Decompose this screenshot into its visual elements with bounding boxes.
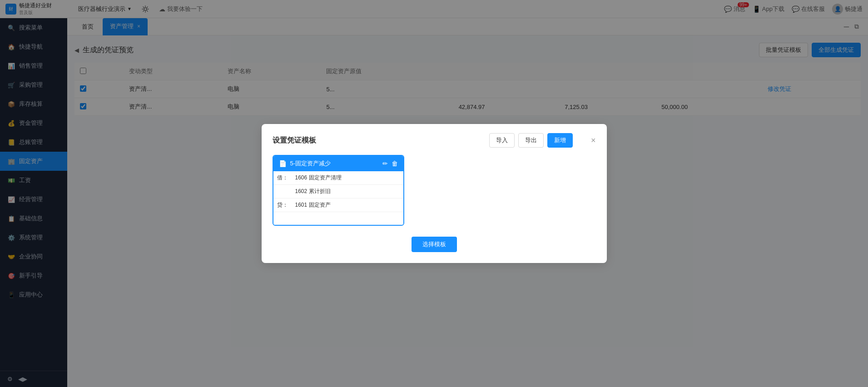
dialog-overlay: 设置凭证模板 导入 导出 新增 × 📄 5-固定资产减少 ✏ 🗑 [0, 0, 868, 387]
dialog-toolbar: 导入 导出 新增 [489, 133, 573, 148]
select-template-area: 选择模板 [273, 237, 596, 252]
template-entry-row: 借： 1606 固定资产清理 [273, 171, 403, 185]
dialog-close-button[interactable]: × [591, 136, 596, 145]
set-voucher-template-dialog: 设置凭证模板 导入 导出 新增 × 📄 5-固定资产减少 ✏ 🗑 [262, 124, 607, 263]
template-card: 📄 5-固定资产减少 ✏ 🗑 借： 1606 固定资产清理 [273, 155, 404, 226]
template-entry-row: 贷： 1601 固定资产 [273, 198, 403, 212]
delete-template-button[interactable]: 🗑 [392, 160, 398, 167]
template-card-body: 借： 1606 固定资产清理 1602 累计折旧 贷： [273, 171, 403, 225]
export-button[interactable]: 导出 [518, 133, 544, 148]
import-button[interactable]: 导入 [489, 133, 515, 148]
edit-template-button[interactable]: ✏ [382, 160, 388, 167]
dialog-header: 设置凭证模板 导入 导出 新增 × [262, 124, 607, 155]
dialog-title: 设置凭证模板 [273, 136, 316, 145]
template-entries-table: 借： 1606 固定资产清理 1602 累计折旧 贷： [273, 171, 403, 225]
template-entry-row-empty [273, 212, 403, 225]
template-icon: 📄 [279, 160, 287, 167]
dialog-body: 📄 5-固定资产减少 ✏ 🗑 借： 1606 固定资产清理 [262, 155, 607, 263]
template-card-actions: ✏ 🗑 [382, 160, 398, 167]
template-name: 5-固定资产减少 [290, 159, 379, 168]
template-entry-row: 1602 累计折旧 [273, 185, 403, 198]
new-template-button[interactable]: 新增 [547, 133, 573, 148]
template-card-header: 📄 5-固定资产减少 ✏ 🗑 [273, 156, 403, 171]
select-template-button[interactable]: 选择模板 [412, 237, 457, 252]
